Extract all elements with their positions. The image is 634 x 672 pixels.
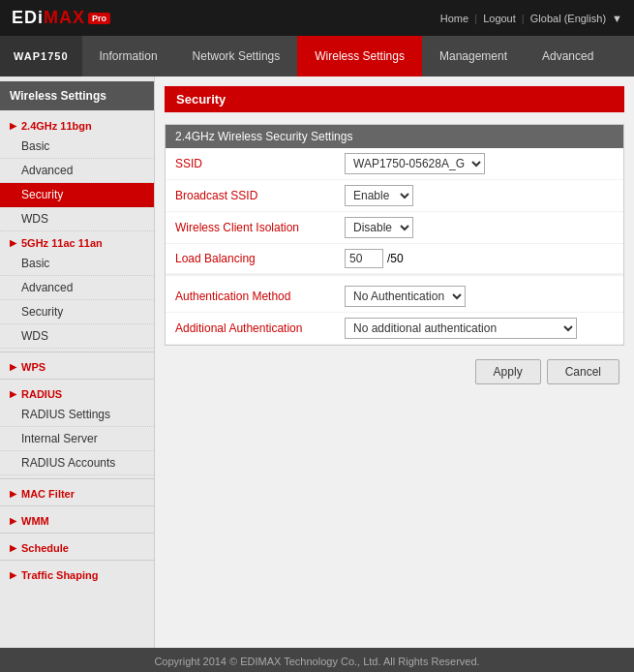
footer: Copyright 2014 © EDIMAX Technology Co., …	[0, 648, 634, 672]
sidebar-item-advanced-2g[interactable]: Advanced	[0, 159, 154, 183]
logo-pro-badge: Pro	[88, 13, 110, 24]
divider-2	[0, 379, 154, 380]
client-isolation-value: Disable Enable	[345, 217, 614, 238]
ssid-value: WAP1750-05628A_G	[345, 153, 614, 174]
sidebar-group-2ghz[interactable]: 2.4GHz 11bgn	[0, 114, 154, 135]
device-name-label: WAP1750	[0, 36, 82, 76]
additional-auth-select[interactable]: No additional authentication	[345, 318, 577, 339]
nav-tabs: Information Network Settings Wireless Se…	[82, 36, 634, 76]
home-link[interactable]: Home	[440, 13, 468, 24]
divider-1	[0, 351, 154, 352]
logout-link[interactable]: Logout	[483, 13, 516, 24]
auth-method-row: Authentication Method No Authentication …	[166, 274, 623, 313]
sidebar-group-mac-filter[interactable]: MAC Filter	[0, 482, 154, 503]
auth-method-value: No Authentication WPA WPA2	[345, 286, 614, 307]
ssid-row: SSID WAP1750-05628A_G	[166, 148, 623, 180]
divider-5	[0, 533, 154, 534]
top-header: EDiMAX Pro Home | Logout | Global (Engli…	[0, 0, 634, 36]
auth-method-label: Authentication Method	[175, 290, 345, 303]
sidebar-title: Wireless Settings	[0, 81, 154, 110]
divider-3	[0, 478, 154, 479]
load-balancing-value: /50	[345, 249, 614, 268]
action-buttons: Apply Cancel	[165, 359, 624, 384]
sidebar-group-traffic-shaping[interactable]: Traffic Shaping	[0, 564, 154, 584]
sidebar-item-security-2g[interactable]: Security	[0, 183, 154, 207]
sidebar-group-radius[interactable]: RADIUS	[0, 382, 154, 403]
apply-button[interactable]: Apply	[475, 359, 541, 384]
additional-auth-row: Additional Authentication No additional …	[166, 313, 623, 345]
content-wrapper: Wireless Settings 2.4GHz 11bgn Basic Adv…	[0, 76, 634, 648]
load-balance-separator: /50	[387, 252, 404, 265]
sidebar-item-advanced-5g[interactable]: Advanced	[0, 276, 154, 300]
settings-rows: SSID WAP1750-05628A_G Broadcast SSID Ena…	[166, 148, 623, 345]
footer-text: Copyright 2014 © EDIMAX Technology Co., …	[154, 656, 479, 667]
sidebar-group-schedule[interactable]: Schedule	[0, 536, 154, 557]
tab-wireless-settings[interactable]: Wireless Settings	[297, 36, 422, 76]
cancel-button[interactable]: Cancel	[547, 359, 619, 384]
sidebar-item-wds-5g[interactable]: WDS	[0, 324, 154, 349]
additional-auth-value: No additional authentication	[345, 318, 614, 339]
sidebar-item-radius-settings[interactable]: RADIUS Settings	[0, 403, 154, 427]
load-balancing-row: Load Balancing /50	[166, 244, 623, 274]
ssid-select[interactable]: WAP1750-05628A_G	[345, 153, 485, 174]
sidebar-item-internal-server[interactable]: Internal Server	[0, 427, 154, 451]
divider-6	[0, 560, 154, 561]
sidebar-group-wps[interactable]: WPS	[0, 355, 154, 376]
auth-method-select[interactable]: No Authentication WPA WPA2	[345, 286, 466, 307]
settings-box: 2.4GHz Wireless Security Settings SSID W…	[165, 124, 624, 346]
logo-area: EDiMAX Pro	[12, 8, 110, 28]
client-isolation-row: Wireless Client Isolation Disable Enable	[166, 212, 623, 244]
sidebar-item-basic-2g[interactable]: Basic	[0, 135, 154, 159]
sidebar-item-wds-2g[interactable]: WDS	[0, 207, 154, 231]
sidebar-group-wmm[interactable]: WMM	[0, 509, 154, 530]
tab-management[interactable]: Management	[422, 36, 525, 76]
ssid-label: SSID	[175, 157, 345, 170]
client-isolation-select[interactable]: Disable Enable	[345, 217, 413, 238]
sidebar: Wireless Settings 2.4GHz 11bgn Basic Adv…	[0, 76, 155, 648]
broadcast-ssid-label: Broadcast SSID	[175, 189, 345, 202]
main-content: Security 2.4GHz Wireless Security Settin…	[155, 76, 634, 648]
settings-box-title: 2.4GHz Wireless Security Settings	[166, 125, 623, 148]
divider-4	[0, 505, 154, 506]
load-balance-input[interactable]	[345, 249, 383, 268]
main-nav: WAP1750 Information Network Settings Wir…	[0, 36, 634, 76]
logo: EDiMAX	[12, 8, 85, 28]
broadcast-ssid-select[interactable]: Enable Disable	[345, 185, 413, 206]
tab-information[interactable]: Information	[82, 36, 175, 76]
sidebar-item-basic-5g[interactable]: Basic	[0, 252, 154, 276]
tab-network-settings[interactable]: Network Settings	[175, 36, 298, 76]
broadcast-ssid-row: Broadcast SSID Enable Disable	[166, 180, 623, 212]
sidebar-item-radius-accounts[interactable]: RADIUS Accounts	[0, 451, 154, 475]
load-balancing-label: Load Balancing	[175, 252, 345, 265]
language-link[interactable]: Global (English)	[530, 13, 606, 24]
sidebar-group-5ghz[interactable]: 5GHz 11ac 11an	[0, 231, 154, 252]
top-nav-links: Home | Logout | Global (English) ▼	[438, 13, 622, 24]
additional-auth-label: Additional Authentication	[175, 321, 345, 335]
broadcast-ssid-value: Enable Disable	[345, 185, 614, 206]
tab-advanced[interactable]: Advanced	[525, 36, 611, 76]
client-isolation-label: Wireless Client Isolation	[175, 221, 345, 234]
sidebar-item-security-5g[interactable]: Security	[0, 300, 154, 324]
section-title: Security	[165, 86, 624, 112]
load-balance-input-group: /50	[345, 249, 614, 268]
